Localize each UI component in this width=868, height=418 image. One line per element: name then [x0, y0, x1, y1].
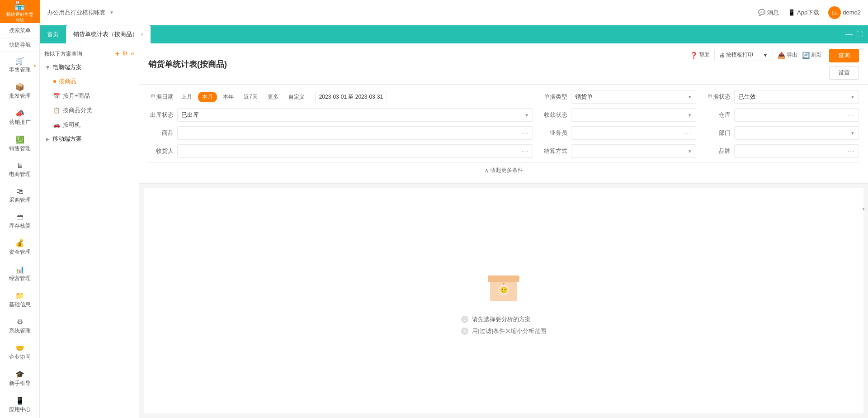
- scheme-item-by-month-product[interactable]: 📅 按月+商品: [40, 89, 139, 103]
- print-arrow-btn[interactable]: ▼: [758, 50, 773, 60]
- date-this-year[interactable]: 本年: [219, 92, 238, 102]
- tab-expand-icon[interactable]: ⛶: [856, 31, 863, 38]
- tab-close-btn[interactable]: ×: [141, 32, 143, 37]
- logo-text: 畅捷通好生意: [6, 12, 33, 17]
- tab-active[interactable]: 销货单统计表（按商品） ×: [66, 25, 151, 43]
- section-pc-label: 电脑端方案: [52, 63, 82, 71]
- sidebar-item-guide-label: 新手引导: [9, 380, 31, 387]
- sidebar-item-inventory[interactable]: 🗃 库存核算: [0, 209, 39, 234]
- sidebar-item-retail[interactable]: 🛒 零售管理: [0, 52, 39, 78]
- product-select[interactable]: ···: [177, 126, 533, 140]
- sidebar-item-guide[interactable]: 🎓 新手引导: [0, 366, 39, 392]
- scheme-add-btn[interactable]: +: [115, 50, 119, 58]
- date-last-month[interactable]: 上月: [177, 92, 196, 102]
- scheme-collapse-btn[interactable]: «: [131, 50, 134, 58]
- print-btn[interactable]: 🖨 按模板打印: [715, 49, 758, 61]
- date-custom[interactable]: 自定义: [284, 92, 309, 102]
- sidebar-item-enterprise-label: 企业协同: [9, 353, 31, 361]
- sidebar-item-finance[interactable]: 💰 资金管理: [0, 234, 39, 261]
- refresh-label: 刷新: [811, 51, 822, 59]
- app-download-label: App下载: [797, 9, 819, 17]
- sidebar-item-base-label: 基础信息: [9, 301, 31, 309]
- brand-select[interactable]: ···: [734, 144, 859, 158]
- sidebar-item-wholesale[interactable]: 📦 批发管理: [0, 78, 39, 104]
- filter-date: 单据日期 上月 本月 本年 近7天 更多 自定义 2023-: [148, 91, 533, 103]
- query-btn[interactable]: 查询: [829, 49, 859, 62]
- sidebar-item-finance-label: 资金管理: [9, 248, 31, 256]
- sidebar-item-system[interactable]: ⚙ 系统管理: [0, 313, 39, 339]
- tab-home[interactable]: 首页: [40, 25, 66, 43]
- refresh-link[interactable]: 🔄 刷新: [802, 51, 822, 59]
- sidebar-item-operations[interactable]: 📊 经营管理: [0, 261, 39, 287]
- empty-hints: ① 请先选择要分析的方案 ② 用[过滤]条件来缩小分析范围: [461, 315, 546, 339]
- tab-active-label: 销货单统计表（按商品）: [73, 30, 138, 38]
- help-link[interactable]: ❓ 帮助: [690, 51, 710, 59]
- scheme-item-by-driver[interactable]: 🚗 按司机: [40, 118, 139, 132]
- scheme-section-mobile-toggle[interactable]: ▶ 移动端方案: [40, 132, 139, 146]
- appcenter-icon: 📱: [15, 396, 24, 405]
- date-7days[interactable]: 近7天: [240, 92, 262, 102]
- setting-btn[interactable]: 设置: [829, 66, 859, 80]
- recipient-select[interactable]: ···: [177, 144, 533, 158]
- date-range-input[interactable]: 2023-03-01 至 2023-03-31: [315, 91, 387, 103]
- brand-label: 品牌: [705, 147, 731, 155]
- date-this-month[interactable]: 本月: [198, 92, 217, 102]
- staff-label: 业务员: [542, 129, 567, 137]
- scheme-panel-header: 按以下方案查询 + ⚙ «: [40, 47, 139, 61]
- scheme-section-pc-toggle[interactable]: ▶ 电脑端方案: [40, 61, 139, 74]
- query-setting-btns: 查询 设置: [829, 49, 859, 80]
- export-link[interactable]: 📤 导出: [778, 51, 797, 59]
- refresh-icon: 🔄: [802, 52, 810, 59]
- category-icon: 📋: [53, 107, 60, 114]
- staff-select[interactable]: ···: [571, 126, 696, 140]
- department-arrow-icon: ▼: [850, 131, 855, 136]
- doc-status-select[interactable]: 已生效 ▼: [734, 90, 859, 104]
- sidebar-item-base[interactable]: 📁 基础信息: [0, 287, 39, 313]
- sidebar-quick-nav[interactable]: 快捷导航: [0, 38, 39, 52]
- brand-dots-icon: ···: [848, 148, 855, 154]
- date-quick-btns: 上月 本月 本年 近7天 更多 自定义: [177, 92, 309, 102]
- payment-method-select[interactable]: ▼: [571, 144, 696, 158]
- filter-product: 商品 ···: [148, 126, 533, 140]
- scheme-icons: + ⚙ «: [115, 50, 134, 58]
- sidebar-item-purchase[interactable]: 🛍 采购管理: [0, 183, 39, 209]
- hint-text-1: 请先选择要分析的方案: [472, 315, 531, 323]
- scheme-item-by-category[interactable]: 📋 按商品分类: [40, 103, 139, 118]
- tab-minimize-icon[interactable]: —: [845, 30, 853, 38]
- message-label: 消息: [767, 9, 779, 17]
- department-select[interactable]: ▼: [734, 126, 859, 140]
- storage-select[interactable]: ···: [734, 108, 859, 122]
- right-panel: 销货单统计表(按商品) ❓ 帮助 🖨 按模板打印: [139, 43, 868, 418]
- app-download-btn[interactable]: 📱 App下载: [788, 9, 819, 17]
- sidebar-item-marketing[interactable]: 📣 营销推广: [0, 104, 39, 131]
- scheme-item-by-product[interactable]: 按商品: [40, 74, 139, 89]
- app-logo[interactable]: 🏪 畅捷通好生意 标版: [0, 0, 40, 23]
- payment-status-select[interactable]: ▼: [571, 108, 696, 122]
- section-mobile-arrow-icon: ▶: [46, 137, 50, 142]
- sidebar: 🏪 畅捷通好生意 标版 搜索菜单 快捷导航 🛒 零售管理 📦 批发管理 📣 营销…: [0, 0, 40, 418]
- scheme-edit-btn[interactable]: ⚙: [122, 50, 128, 58]
- app-download-icon: 📱: [788, 9, 795, 16]
- doc-type-label: 单据类型: [542, 93, 567, 101]
- message-btn[interactable]: 💬 消息: [758, 9, 779, 17]
- empty-hint-2: ② 用[过滤]条件来缩小分析范围: [461, 327, 546, 335]
- date-label: 单据日期: [148, 93, 174, 101]
- hint-text-2: 用[过滤]条件来缩小分析范围: [472, 327, 546, 335]
- warehouse-select[interactable]: 已出库 ▼: [177, 108, 533, 122]
- user-avatar-area[interactable]: Ea demo2: [828, 6, 861, 19]
- sidebar-item-appcenter[interactable]: 📱 应用中心: [0, 392, 39, 418]
- doc-type-value: 销货单: [575, 93, 593, 101]
- sidebar-search[interactable]: 搜索菜单: [0, 23, 39, 38]
- sidebar-item-sales[interactable]: 💹 销售管理: [0, 131, 39, 157]
- date-more[interactable]: 更多: [264, 92, 283, 102]
- collapse-bar[interactable]: ∧ 收起更多条件: [148, 162, 859, 178]
- sidebar-item-enterprise[interactable]: 🤝 企业协同: [0, 339, 39, 366]
- sidebar-item-ecommerce[interactable]: 🖥 电商管理: [0, 157, 39, 183]
- svg-rect-1: [488, 276, 519, 282]
- page-title: 销货单统计表(按商品): [148, 59, 227, 70]
- doc-type-select[interactable]: 销货单 ▼: [571, 90, 696, 104]
- purchase-icon: 🛍: [16, 187, 24, 195]
- industry-selector[interactable]: 办公用品行业模拟账套: [47, 9, 106, 17]
- doc-status-value: 已生效: [738, 93, 756, 101]
- sidebar-item-ecommerce-label: 电商管理: [9, 171, 31, 178]
